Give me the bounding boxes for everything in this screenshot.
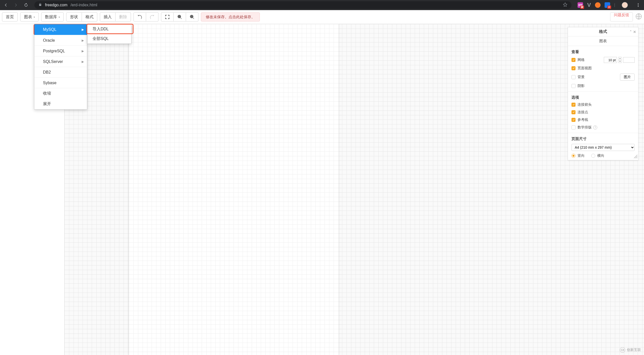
- section-view: 查看: [571, 50, 635, 54]
- watermark: CX 创新互联: [620, 347, 641, 353]
- chk-arrow[interactable]: [571, 103, 576, 107]
- page-size-select[interactable]: A4 (210 mm x 297 mm): [571, 144, 635, 151]
- zoom-out-button[interactable]: [186, 12, 198, 21]
- feedback-button[interactable]: 问题反馈: [610, 12, 633, 21]
- sub-import-ddl[interactable]: 导入DDL: [87, 24, 131, 34]
- lock-icon: [38, 3, 42, 7]
- fullscreen-button[interactable]: [161, 12, 174, 21]
- panel-title: 格式 ˄ ✕: [568, 27, 638, 36]
- help-icon[interactable]: ?: [593, 125, 597, 129]
- chk-grid[interactable]: [571, 58, 576, 62]
- dd-expand[interactable]: 展开: [34, 99, 87, 109]
- chk-pageview[interactable]: [571, 66, 576, 70]
- dd-collapse[interactable]: 收缩: [34, 88, 87, 99]
- dd-mysql[interactable]: MySQL▶: [34, 24, 87, 35]
- dd-db2[interactable]: DB2: [34, 67, 87, 77]
- redo-button[interactable]: [146, 12, 158, 21]
- grid-color-swatch[interactable]: [623, 57, 635, 63]
- url-rest: /erd-index.html: [71, 3, 97, 7]
- sub-all-sql[interactable]: 全部SQL: [87, 34, 131, 43]
- panel-resize-handle[interactable]: [634, 155, 637, 159]
- chk-background[interactable]: [571, 75, 576, 79]
- main-area: MySQL▶ Oracle▶ PostgreSQL▶ SQLServer▶ DB…: [0, 24, 644, 355]
- panel-collapse-icon[interactable]: ˄: [630, 30, 632, 34]
- canvas[interactable]: [64, 24, 644, 355]
- dd-postgresql[interactable]: PostgreSQL▶: [34, 46, 87, 56]
- lbl-guide: 参考线: [578, 118, 588, 122]
- panel-subtab[interactable]: 图表: [568, 36, 638, 46]
- format-button[interactable]: 格式: [82, 12, 97, 21]
- undo-button[interactable]: [133, 12, 146, 21]
- lbl-shadow: 阴影: [578, 84, 585, 88]
- section-options: 选项: [571, 95, 635, 100]
- avatar[interactable]: [622, 2, 628, 8]
- image-button[interactable]: 图片: [620, 74, 635, 81]
- chart-menu[interactable]: 图表▾: [20, 12, 39, 21]
- save-warning-button[interactable]: 修改未保存。点击此处保存。: [201, 12, 260, 21]
- ext-orange-icon[interactable]: [595, 2, 601, 8]
- shape-button[interactable]: 形状: [66, 12, 82, 21]
- chk-shadow[interactable]: [571, 84, 576, 88]
- lbl-pageview: 页面视图: [578, 66, 592, 71]
- radio-landscape[interactable]: 横向: [591, 153, 604, 158]
- extensions: RP新 V 新 |: [578, 2, 640, 8]
- forward-icon[interactable]: [14, 3, 18, 7]
- url-bar[interactable]: freedgo.com/erd-index.html: [34, 1, 571, 9]
- format-panel: 格式 ˄ ✕ 图表 查看 网格 ▴▾ 页面视图: [568, 27, 638, 160]
- back-icon[interactable]: [4, 3, 8, 7]
- ext-rp-icon[interactable]: RP新: [578, 2, 583, 8]
- database-dropdown: MySQL▶ Oracle▶ PostgreSQL▶ SQLServer▶ DB…: [34, 24, 87, 109]
- ext-v-icon[interactable]: V: [587, 2, 591, 8]
- app-toolbar: 首页 图表▾ 数据库▾ 形状 格式 插入 删除 修改未保存。点击此处保存。 问题…: [0, 10, 644, 24]
- dd-oracle[interactable]: Oracle▶: [34, 35, 87, 46]
- chk-point[interactable]: [571, 110, 576, 114]
- lbl-grid: 网格: [578, 58, 585, 62]
- menu-dots-icon[interactable]: [636, 3, 640, 7]
- lbl-arrow: 连接箭头: [578, 102, 592, 107]
- svg-point-0: [638, 3, 639, 4]
- svg-point-1: [638, 5, 639, 6]
- delete-button[interactable]: 删除: [116, 12, 131, 21]
- watermark-logo-icon: CX: [620, 347, 625, 353]
- reload-icon[interactable]: [24, 3, 28, 7]
- insert-button[interactable]: 插入: [100, 12, 116, 21]
- home-button[interactable]: 首页: [2, 12, 18, 21]
- browser-chrome: freedgo.com/erd-index.html RP新 V 新 |: [0, 0, 644, 10]
- lbl-math: 数学排版: [578, 125, 592, 130]
- grid-stepper[interactable]: ▴▾: [618, 57, 622, 63]
- url-host: freedgo.com: [45, 3, 67, 7]
- grid-size-input[interactable]: [604, 57, 617, 63]
- database-menu[interactable]: 数据库▾: [41, 12, 64, 21]
- svg-point-2: [638, 6, 639, 7]
- section-pagesize: 页面尺寸: [571, 137, 635, 141]
- chk-math[interactable]: [571, 125, 576, 129]
- dd-sqlserver[interactable]: SQLServer▶: [34, 56, 87, 67]
- language-button[interactable]: [635, 13, 642, 21]
- lbl-point: 连接点: [578, 110, 588, 115]
- mysql-submenu: 导入DDL 全部SQL: [87, 24, 131, 44]
- zoom-in-button[interactable]: [174, 12, 186, 21]
- lbl-background: 背景: [578, 75, 585, 79]
- dd-sybase[interactable]: Sybase: [34, 77, 87, 88]
- panel-close-icon[interactable]: ✕: [633, 30, 636, 34]
- radio-portrait[interactable]: 竖向: [571, 153, 585, 158]
- star-icon[interactable]: [563, 2, 567, 8]
- chk-guide[interactable]: [571, 118, 576, 122]
- page[interactable]: [129, 24, 339, 355]
- ext-blue-icon[interactable]: 新: [605, 2, 610, 8]
